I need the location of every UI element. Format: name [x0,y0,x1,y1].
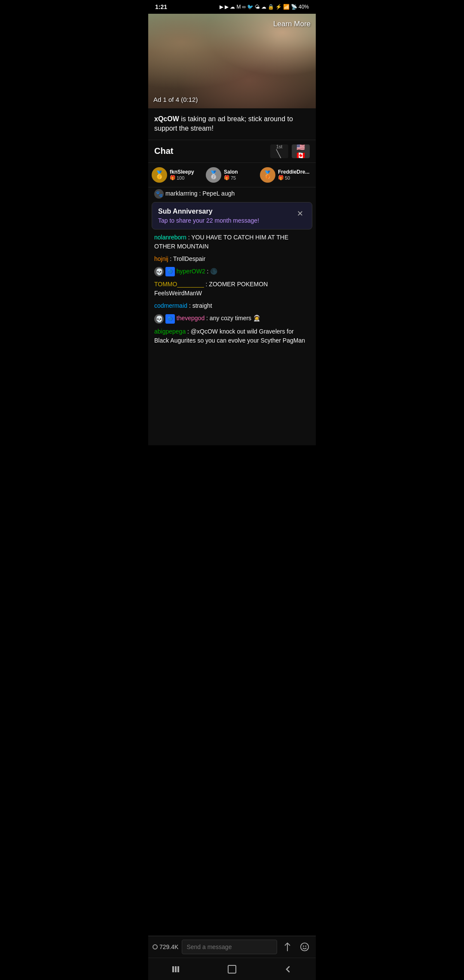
youtube2-icon: ▶ [225,4,229,10]
first-badge-label: 1st╲ [276,144,283,158]
avatar: 💀 [154,267,164,276]
list-item: 🐾 marklarrring : PepeL augh [148,187,316,200]
list-item: nolanreborn : YOU HAVE TO CATCH HIM AT T… [148,231,316,253]
sub-anniversary-title: Sub Anniversary [158,208,294,215]
list-item: hojnij : TrollDespair [148,253,316,265]
gifter-rank-2: 🥈 [209,170,218,180]
username: hyperOW2 [177,268,205,275]
chat-header-icons: 1st╲ 🇺🇸🇨🇦 [270,144,310,158]
gifter-info-2: Salon 🎁 75 [224,169,238,181]
wifi-icon: 📶 [283,4,290,10]
status-bar: 1:21 ▶ ▶ ☁ M ∞ 🐦 🌤 ☁ 🔒 ⚡ 📶 📡 40% [148,0,316,14]
gifter-3: 🥉 FreddieDre... 🎁 50 [260,167,312,183]
message-text: : any cozy timers 🧑‍🚀 [206,315,260,322]
chat-messages: 🐾 marklarrring : PepeL augh Sub Annivers… [148,187,316,445]
message-text: : straight [189,302,212,309]
username: TOMMO________ [154,281,204,288]
list-item: TOMMO________ : ZOOMER POKEMON FeelsWeir… [148,278,316,300]
video-ad[interactable]: Learn More Ad 1 of 4 (0:12) [148,14,316,108]
badge-sub2: 🔵 [165,314,175,324]
gifter-count-2: 🎁 75 [224,175,238,181]
bluetooth-icon: ⚡ [275,4,282,10]
mail-icon: M [236,4,241,10]
badge-sub: 🔵 [165,267,175,276]
gifter-count-3: 🎁 50 [278,175,309,181]
username: codmermaid [154,302,187,309]
flag-icon: 🇺🇸🇨🇦 [296,144,305,158]
lock-icon: 🔒 [268,4,274,10]
ad-break-message: xQcOW is taking an ad break; stick aroun… [148,108,316,140]
battery-icon: 40% [299,4,309,10]
gifter-badge-1: 🥇 [152,167,167,183]
avatar: 🐾 [154,189,164,199]
sub-anniversary-subtitle: Tap to share your 22 month message! [158,217,294,224]
list-item: 💀 🔵 hyperOW2 : 🌑 [148,265,316,278]
status-time: 1:21 [155,3,167,10]
gifter-badge-2: 🥈 [206,167,221,183]
learn-more-button[interactable]: Learn More [273,20,311,28]
username: hojnij [154,255,168,262]
gifter-count-1: 🎁 100 [170,175,194,181]
signal-icon: 📡 [291,4,297,10]
username: abigpepega [154,328,186,335]
top-gifters: 🥇 fknSleepy 🎁 100 🥈 Salon 🎁 75 🥉 Freddie… [148,163,316,187]
ad-counter: Ad 1 of 4 (0:12) [153,96,198,103]
gifter-rank-3: 🥉 [263,170,272,180]
twitter-icon: 🐦 [247,4,253,10]
gifter-2: 🥈 Salon 🎁 75 [206,167,258,183]
message-text: : 🌑 [207,268,218,275]
first-badge: 1st╲ [270,144,288,158]
avatar: 💀 [154,314,164,324]
sub-anniversary-content: Sub Anniversary Tap to share your 22 mon… [158,208,294,224]
username: nolanreborn [154,234,186,241]
list-item: abigpepega : @xQcOW knock out wild Grave… [148,325,316,347]
flag-badge: 🇺🇸🇨🇦 [292,144,310,158]
sub-anniversary-close-button[interactable]: ✕ [294,208,306,220]
list-item: 💀 🔵 thevepgod : any cozy timers 🧑‍🚀 [148,312,316,325]
gifter-info-1: fknSleepy 🎁 100 [170,169,194,181]
streamer-name: xQcOW [154,115,179,122]
gifter-info-3: FreddieDre... 🎁 50 [278,169,309,181]
gifter-name-3: FreddieDre... [278,169,309,175]
chat-header: Chat 1st╲ 🇺🇸🇨🇦 [148,140,316,163]
youtube-icon: ▶ [220,4,223,10]
weather-icon: 🌤 [255,4,260,10]
status-icons: ▶ ▶ ☁ M ∞ 🐦 🌤 ☁ 🔒 ⚡ 📶 📡 40% [220,4,309,10]
username: thevepgod [177,315,205,322]
gifter-rank-1: 🥇 [155,170,164,180]
sub-anniversary-toast[interactable]: Sub Anniversary Tap to share your 22 mon… [152,202,312,230]
voicemail-icon: ∞ [242,4,246,10]
gifter-name-2: Salon [224,169,238,175]
gifter-badge-3: 🥉 [260,167,275,183]
cloud-icon: ☁ [230,4,235,10]
gifter-1: 🥇 fknSleepy 🎁 100 [152,167,204,183]
username: marklarrring [165,190,198,197]
chat-title: Chat [154,146,173,156]
message-text: : TrollDespair [170,255,205,262]
gifter-name-1: fknSleepy [170,169,194,175]
list-item: codmermaid : straight [148,300,316,312]
message-text: : PepeL augh [199,190,235,197]
onedrive-icon: ☁ [261,4,266,10]
